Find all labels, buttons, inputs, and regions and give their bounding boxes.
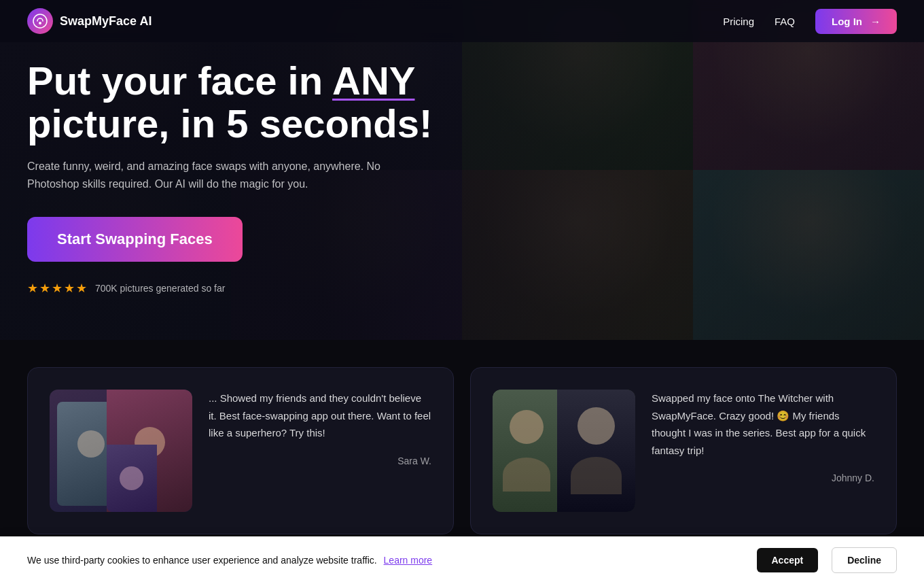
login-button[interactable]: Log In <box>815 9 897 34</box>
svg-point-0 <box>33 14 47 28</box>
cookie-decline-button[interactable]: Decline <box>832 547 897 573</box>
arrow-right-icon <box>868 16 881 27</box>
hero-subtitle: Create funny, weird, and amazing face sw… <box>27 158 435 192</box>
cta-button[interactable]: Start Swapping Faces <box>27 217 243 262</box>
testimonial-image-2 <box>493 390 635 512</box>
testimonial-text-2: Swapped my face onto The Witcher with Sw… <box>652 390 874 483</box>
testimonial-image-1 <box>50 390 192 512</box>
hero-title: Put your face in ANY picture, in 5 secon… <box>27 59 503 146</box>
logo-text: SwapMyFace AI <box>60 14 152 29</box>
testimonial-card-2: Swapped my face onto The Witcher with Sw… <box>470 367 897 534</box>
cookie-message: We use third-party cookies to enhance us… <box>27 555 743 566</box>
testimonial-card-1: ... Showed my friends and they couldn't … <box>27 367 454 534</box>
hero-content: Put your face in ANY picture, in 5 secon… <box>27 59 503 296</box>
cookie-learn-more[interactable]: Learn more <box>384 555 433 566</box>
testimonial-text-1: ... Showed my friends and they couldn't … <box>209 390 431 466</box>
svg-point-1 <box>39 22 41 24</box>
cookie-banner: We use third-party cookies to enhance us… <box>0 536 924 584</box>
logo-icon <box>27 8 53 34</box>
navbar: SwapMyFace AI Pricing FAQ Log In <box>0 0 924 42</box>
testimonial-quote-2: Swapped my face onto The Witcher with Sw… <box>652 390 874 459</box>
testimonial-author-1: Sara W. <box>209 456 431 466</box>
nav-links: Pricing FAQ Log In <box>723 9 897 34</box>
logo-svg <box>33 14 48 29</box>
faq-link[interactable]: FAQ <box>775 16 795 27</box>
pricing-link[interactable]: Pricing <box>723 16 754 27</box>
logo-link[interactable]: SwapMyFace AI <box>27 8 152 34</box>
star-rating: ★★★★★ <box>27 281 88 296</box>
cookie-accept-button[interactable]: Accept <box>757 548 819 572</box>
stars-row: ★★★★★ 700K pictures generated so far <box>27 281 503 296</box>
testimonial-author-2: Johnny D. <box>652 473 874 483</box>
stats-text: 700K pictures generated so far <box>95 283 225 294</box>
testimonial-quote-1: ... Showed my friends and they couldn't … <box>209 390 431 442</box>
hero-section: Put your face in ANY picture, in 5 secon… <box>0 0 924 340</box>
testimonials-section: ... Showed my friends and they couldn't … <box>0 340 924 534</box>
